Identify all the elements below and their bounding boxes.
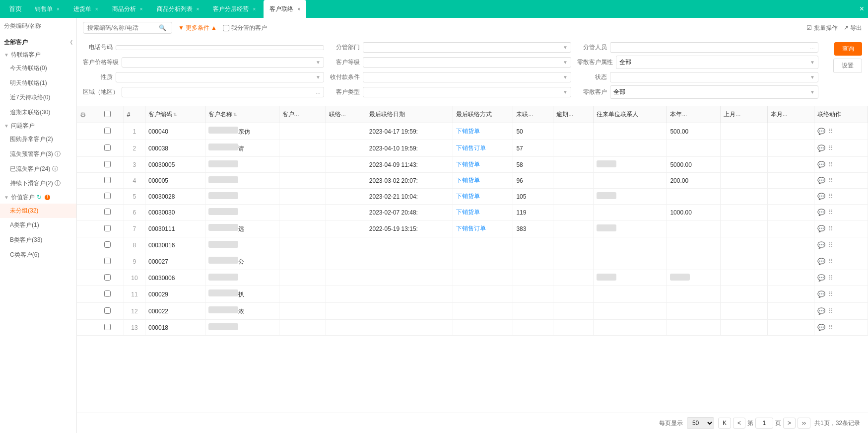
- col-settings[interactable]: ⚙: [77, 106, 101, 123]
- sidebar-item-7days-pending[interactable]: 近7天待联络(0): [0, 90, 76, 105]
- last-page-btn[interactable]: ››: [798, 418, 810, 429]
- col-last-contact-date[interactable]: 最后联络日期: [366, 106, 453, 123]
- comment-action-icon[interactable]: 💬: [817, 193, 825, 200]
- value-refresh-icon[interactable]: ↻: [37, 194, 42, 201]
- export-btn[interactable]: ↗ 导出: [844, 24, 862, 32]
- filter-retail-attr-select[interactable]: 全部 ▼: [616, 56, 818, 69]
- query-button[interactable]: 查询: [834, 42, 862, 56]
- batch-ops-btn[interactable]: ☑ 批量操作: [806, 24, 838, 32]
- close-sales-order-icon[interactable]: ×: [57, 6, 60, 12]
- close-product-analysis-icon[interactable]: ×: [140, 6, 143, 12]
- window-close-button[interactable]: ×: [860, 4, 864, 13]
- contact-way-link[interactable]: 下销货单: [456, 193, 480, 200]
- contact-way-link[interactable]: 下销货单: [456, 209, 480, 216]
- my-customers-checkbox-label[interactable]: 我分管的客户: [223, 24, 267, 32]
- sidebar-item-class-c[interactable]: C类客户(6): [0, 248, 76, 263]
- comment-action-icon[interactable]: 💬: [817, 225, 825, 232]
- filter-payment-select[interactable]: ▼: [363, 72, 571, 82]
- sidebar-group-value[interactable]: ▼ 价值客户 ↻ !: [0, 191, 76, 204]
- col-contact-person[interactable]: 往来单位联系人: [594, 106, 667, 123]
- row-checkbox[interactable]: [104, 161, 111, 167]
- tab-customer-contact[interactable]: 客户联络 ×: [264, 0, 306, 18]
- sidebar-item-class-a[interactable]: A类客户(1): [0, 218, 76, 233]
- col-overdue[interactable]: 逾期...: [553, 106, 594, 123]
- comment-action-icon[interactable]: 💬: [817, 144, 825, 152]
- sidebar-item-churned[interactable]: 已流失客户(24) ⓘ: [0, 162, 76, 177]
- comment-action-icon[interactable]: 💬: [817, 209, 825, 216]
- col-this-month[interactable]: 本月...: [767, 106, 814, 123]
- comment-action-icon[interactable]: 💬: [817, 177, 825, 184]
- col-contact[interactable]: 联络...: [326, 106, 366, 123]
- filter-nature-select[interactable]: ▼: [116, 72, 324, 82]
- sidebar-item-tomorrow-pending[interactable]: 明天待联络(1): [0, 76, 76, 91]
- close-customer-tier-icon[interactable]: ×: [253, 6, 256, 12]
- filter-retail-customer-select[interactable]: 全部 ▼: [610, 85, 818, 99]
- grid-action-icon[interactable]: ⠿: [828, 209, 833, 216]
- row-checkbox[interactable]: [104, 274, 111, 281]
- filter-price-level-select[interactable]: ▼: [122, 57, 324, 68]
- col-customer-name[interactable]: 客户名称⇅: [205, 106, 279, 123]
- grid-action-icon[interactable]: ⠿: [828, 177, 833, 184]
- sidebar-item-abnormal-purchase[interactable]: 囤购异常客户(2): [0, 132, 76, 147]
- page-number-input[interactable]: [755, 418, 773, 429]
- comment-action-icon[interactable]: 💬: [817, 274, 825, 282]
- comment-action-icon[interactable]: 💬: [817, 290, 825, 298]
- col-last-contact-way[interactable]: 最后联络方式: [453, 106, 513, 123]
- sidebar-item-class-b[interactable]: B类客户(33): [0, 233, 76, 248]
- comment-action-icon[interactable]: 💬: [817, 241, 825, 249]
- first-page-btn[interactable]: K: [718, 418, 731, 429]
- grid-action-icon[interactable]: ⠿: [828, 161, 833, 168]
- close-product-analysis-list-icon[interactable]: ×: [197, 6, 200, 12]
- row-checkbox[interactable]: [104, 324, 111, 330]
- row-checkbox[interactable]: [104, 258, 111, 264]
- sidebar-item-declining[interactable]: 持续下滑客户(2) ⓘ: [0, 176, 76, 191]
- tab-customer-tier[interactable]: 客户分层经营 ×: [207, 0, 262, 18]
- sidebar-item-today-pending[interactable]: 今天待联络(0): [0, 61, 76, 76]
- select-all-checkbox[interactable]: [104, 111, 111, 117]
- sidebar-all-customers[interactable]: 全部客户 《: [0, 34, 76, 49]
- row-checkbox[interactable]: [104, 144, 111, 151]
- row-checkbox[interactable]: [104, 225, 111, 231]
- more-filters-btn[interactable]: ▼ 更多条件 ▲: [178, 24, 217, 32]
- page-size-select[interactable]: 50 20 100: [687, 417, 714, 429]
- table-settings-icon[interactable]: ⚙: [80, 111, 86, 119]
- close-purchase-order-icon[interactable]: ×: [95, 6, 98, 12]
- row-checkbox[interactable]: [104, 307, 111, 314]
- reset-button[interactable]: 设置: [833, 59, 862, 73]
- filter-customer-level-select[interactable]: ▼: [363, 57, 571, 68]
- close-customer-contact-icon[interactable]: ×: [297, 6, 300, 12]
- col-not-contacted[interactable]: 未联...: [513, 106, 553, 123]
- tab-sales-order[interactable]: 销售单 ×: [29, 0, 66, 18]
- row-checkbox[interactable]: [104, 193, 111, 199]
- tab-product-analysis[interactable]: 商品分析 ×: [106, 0, 149, 18]
- filter-customer-type-select[interactable]: ▼: [363, 87, 571, 97]
- row-checkbox[interactable]: [104, 241, 111, 248]
- next-page-btn[interactable]: >: [783, 418, 796, 429]
- grid-action-icon[interactable]: ⠿: [828, 241, 833, 249]
- filter-person-select[interactable]: …: [610, 42, 818, 53]
- filter-status-select[interactable]: ▼: [610, 72, 818, 82]
- tab-product-analysis-list[interactable]: 商品分析列表 ×: [151, 0, 205, 18]
- comment-action-icon[interactable]: 💬: [817, 324, 825, 331]
- row-checkbox[interactable]: [104, 209, 111, 215]
- sidebar-search-input[interactable]: [4, 22, 77, 29]
- contact-way-link[interactable]: 下销货单: [456, 161, 480, 168]
- sidebar-item-churn-warning[interactable]: 流失预警客户(3) ⓘ: [0, 147, 76, 162]
- main-search-input[interactable]: [87, 24, 157, 31]
- home-tab[interactable]: 首页: [4, 4, 27, 13]
- sidebar-item-overdue-contact[interactable]: 逾期未联络(30): [0, 105, 76, 120]
- grid-action-icon[interactable]: ⠿: [828, 290, 833, 298]
- filter-phone-input[interactable]: [116, 45, 324, 50]
- contact-way-link[interactable]: 下销货单: [456, 177, 480, 184]
- prev-page-btn[interactable]: <: [733, 418, 745, 429]
- col-customer-type[interactable]: 客户...: [279, 106, 326, 123]
- grid-action-icon[interactable]: ⠿: [828, 307, 833, 315]
- col-last-month[interactable]: 上月...: [721, 106, 767, 123]
- comment-action-icon[interactable]: 💬: [817, 128, 825, 135]
- sidebar-item-unclassified[interactable]: 未分组(32): [0, 204, 76, 218]
- row-checkbox[interactable]: [104, 177, 111, 183]
- comment-action-icon[interactable]: 💬: [817, 258, 825, 265]
- grid-action-icon[interactable]: ⠿: [828, 324, 833, 331]
- col-this-year[interactable]: 本年...: [667, 106, 721, 123]
- grid-action-icon[interactable]: ⠿: [828, 225, 833, 232]
